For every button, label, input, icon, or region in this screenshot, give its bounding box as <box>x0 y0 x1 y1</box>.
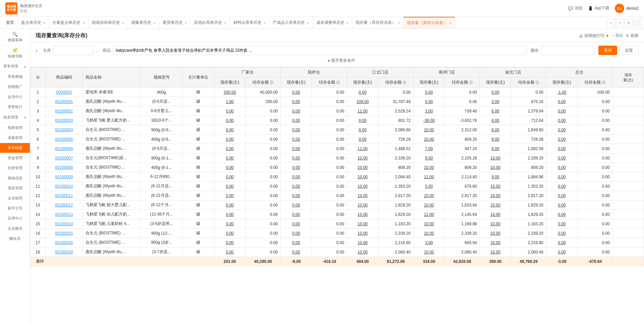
cell-factory-qty[interactable]: 200.00 <box>214 88 246 97</box>
cell-yuanbei-qty[interactable]: 10.00 <box>480 210 511 219</box>
cell-total-qty[interactable]: 0.00 <box>546 97 578 106</box>
cell-yuanbei-qty[interactable]: 9.00 <box>480 172 511 182</box>
tab-prev-btn[interactable]: ‹ <box>607 19 615 27</box>
cell-factory-qty[interactable]: 0.00 <box>214 229 246 238</box>
cell-code[interactable]: 00100012 <box>45 200 83 210</box>
cell-nanan-qty[interactable]: 3.00 <box>414 106 445 116</box>
cell-code[interactable]: 00100008 <box>45 163 83 172</box>
sidebar-item-collab[interactable]: 企业协同 <box>0 193 30 203</box>
cell-total-qty[interactable]: 0.00 <box>546 135 578 144</box>
cell-factory-qty[interactable]: 0.00 <box>214 153 246 163</box>
close-icon[interactable]: × <box>153 21 155 25</box>
cell-nanan-qty[interactable]: 11.00 <box>414 172 445 182</box>
cell-nanan-qty[interactable]: 10.00 <box>414 229 445 238</box>
warehouse-input[interactable] <box>53 46 93 55</box>
cell-code[interactable]: 00100015 <box>45 229 83 238</box>
tab-home[interactable]: 首页 <box>3 17 18 29</box>
cell-total-qty[interactable]: 0.00 <box>546 210 578 219</box>
cell-nanan-qty[interactable]: 10.00 <box>414 135 445 144</box>
cell-village-qty[interactable]: 0.00 <box>281 153 312 163</box>
cell-code[interactable]: 00100001 <box>45 97 83 106</box>
cell-yuanbei-qty[interactable]: 10.00 <box>480 200 511 210</box>
cell-nanan-qty[interactable]: -39.00 <box>414 116 445 125</box>
tab-stock-status[interactable]: 现存量（库存状况表） × <box>352 17 404 29</box>
sidebar-nav-shortcut[interactable]: 🧭 快捷导航 <box>0 46 30 61</box>
cell-code[interactable]: 00100018 <box>45 247 83 257</box>
close-icon[interactable]: × <box>346 21 348 25</box>
cell-factory-qty[interactable]: 0.00 <box>214 210 246 219</box>
cell-village-qty[interactable]: 0.00 <box>281 219 312 229</box>
close-icon[interactable]: × <box>449 21 451 25</box>
cell-code[interactable]: 00100010 <box>45 182 83 191</box>
cell-nanan-qty[interactable]: 7.00 <box>414 144 445 153</box>
cell-total-qty[interactable]: 0.00 <box>546 125 578 135</box>
cell-nanan-qty[interactable]: 10.00 <box>414 125 445 135</box>
cell-yuanbei-qty[interactable]: 3.00 <box>480 97 511 106</box>
tab-products[interactable]: 产成品入库单历史 × <box>269 17 313 29</box>
cell-factory-qty[interactable]: 0.00 <box>214 163 246 172</box>
cell-code[interactable]: 00100009 <box>45 172 83 182</box>
search-button[interactable]: 查询 <box>598 46 617 55</box>
table-container[interactable]: ⚙ 商品编码 商品名称 规格型号 主计量单位 厂家仓 陆村仓 江北门店 南岸门店… <box>30 67 644 324</box>
tab-stock-dist[interactable]: 现存量（库存分布表） × <box>404 17 455 29</box>
cell-nanan-qty[interactable]: 10.00 <box>414 191 445 200</box>
cell-nanan-qty[interactable]: 10.00 <box>414 247 445 257</box>
cell-total-qty[interactable]: 0.00 <box>546 163 578 172</box>
cell-village-qty[interactable]: 0.00 <box>281 163 312 172</box>
close-icon[interactable]: × <box>122 21 124 25</box>
cell-factory-qty[interactable]: 0.00 <box>214 135 246 144</box>
cell-nanan-qty[interactable]: 10.00 <box>414 200 445 210</box>
sidebar-item-ecommerce[interactable]: 电商管理 <box>0 123 30 133</box>
cell-nanan-qty[interactable]: 10.00 <box>414 219 445 229</box>
cell-yuanbei-qty[interactable]: 10.00 <box>480 238 511 247</box>
cell-total-qty[interactable]: 0.00 <box>546 153 578 163</box>
cell-jiangbei-qty[interactable]: 11.00 <box>347 106 378 116</box>
collapse-btn[interactable]: › <box>36 47 38 54</box>
cell-code[interactable]: 00100011 <box>45 191 83 200</box>
cell-factory-qty[interactable]: 0.00 <box>214 144 246 153</box>
cell-village-qty[interactable]: 0.00 <box>281 116 312 125</box>
tab-expand-btn[interactable]: ⛶ <box>633 19 641 27</box>
cell-code[interactable]: 00100006 <box>45 144 83 153</box>
cell-total-qty[interactable]: 0.00 <box>546 219 578 229</box>
tab-next-btn[interactable]: › <box>616 19 624 27</box>
cell-village-qty[interactable]: 0.00 <box>281 135 312 144</box>
cell-village-qty[interactable]: 0.00 <box>281 88 312 97</box>
close-icon[interactable]: × <box>264 21 266 25</box>
cell-yuanbei-qty[interactable]: 8.00 <box>480 125 511 135</box>
sidebar-item-retail-mall[interactable]: 零售商城 <box>0 72 30 82</box>
cell-jiangbei-qty[interactable]: 9.00 <box>347 135 378 144</box>
tab-outlib[interactable]: 其他出库单历史 × <box>191 17 230 29</box>
cell-factory-qty[interactable]: 0.00 <box>214 200 246 210</box>
cell-total-qty[interactable]: 0.00 <box>546 116 578 125</box>
cell-factory-qty[interactable]: 0.00 <box>214 106 246 116</box>
cell-total-qty[interactable]: 0.00 <box>546 247 578 257</box>
sidebar-item-member[interactable]: 会员中心 <box>0 92 30 102</box>
close-icon[interactable]: × <box>83 21 85 25</box>
cell-yuanbei-qty[interactable]: 9.00 <box>480 135 511 144</box>
sidebar-item-vip[interactable]: 畅会员 <box>0 234 30 243</box>
settings-button[interactable]: 设置 <box>619 46 639 55</box>
goods-input[interactable] <box>113 46 527 55</box>
close-icon[interactable]: × <box>398 21 400 25</box>
sidebar-item-retail-stats[interactable]: 零售统计 <box>0 102 30 112</box>
sidebar-item-wholesale[interactable]: 批发管理 ▼ <box>0 112 30 123</box>
cell-jiangbei-qty[interactable]: 0.00 <box>347 88 378 97</box>
cell-village-qty[interactable]: 0.00 <box>281 191 312 200</box>
sidebar-item-operations[interactable]: 经营管理 <box>0 163 30 173</box>
cell-jiangbei-qty[interactable]: 10.00 <box>347 172 378 182</box>
cell-jiangbei-qty[interactable]: 9.00 <box>347 116 378 125</box>
cell-jiangbei-qty[interactable]: 109.00 <box>347 97 378 106</box>
close-icon[interactable]: × <box>224 21 226 25</box>
cell-jiangbei-qty[interactable]: 10.00 <box>347 191 378 200</box>
refresh-btn[interactable]: ↻ 刷新 <box>626 33 639 39</box>
sidebar-item-wechat[interactable]: 企业微信 <box>0 224 30 234</box>
tab-pandian[interactable]: 盘点单历史 × <box>18 17 49 29</box>
cell-village-qty[interactable]: 0.00 <box>281 210 312 219</box>
sidebar-item-basics[interactable]: 基础信息 <box>0 173 30 183</box>
cell-factory-qty[interactable]: 0.00 <box>214 125 246 135</box>
cell-factory-qty[interactable]: 1.00 <box>214 97 246 106</box>
cell-nanan-qty[interactable]: 0.00 <box>414 88 445 97</box>
cell-nanan-qty[interactable]: 9.00 <box>414 153 445 163</box>
cell-total-qty[interactable]: 0.00 <box>546 191 578 200</box>
